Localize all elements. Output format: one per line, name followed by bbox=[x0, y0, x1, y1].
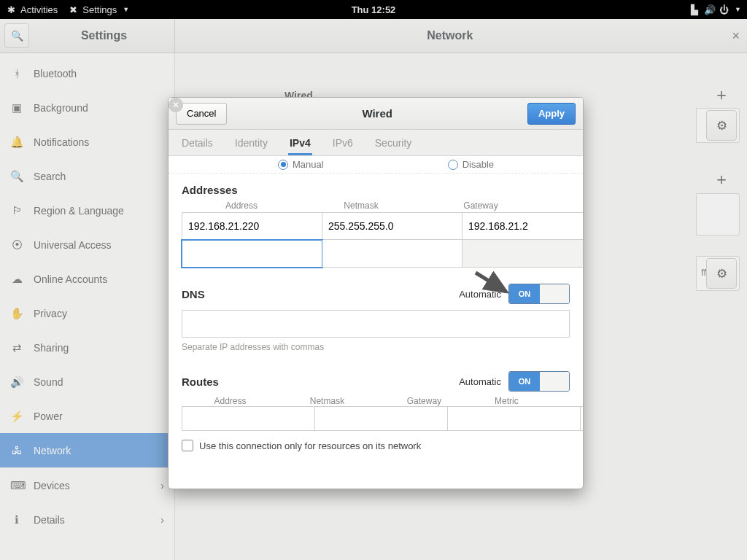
dns-header-row: DNS Automatic ON bbox=[182, 284, 570, 304]
tab-details[interactable]: Details bbox=[180, 131, 214, 155]
gateway-input[interactable] bbox=[462, 212, 583, 240]
radio-label: Manual bbox=[293, 159, 324, 170]
volume-tray-icon: 🔊 bbox=[704, 4, 714, 15]
netmask-input[interactable] bbox=[322, 212, 462, 240]
dialog-body: Manual Disable Addresses Address Netmask… bbox=[169, 156, 583, 489]
dialog-header: Cancel Wired Apply bbox=[169, 98, 583, 130]
route-gateway-input[interactable] bbox=[448, 406, 581, 431]
dns-servers-input[interactable] bbox=[182, 310, 570, 338]
routes-only-resources-label: Use this connection only for resources o… bbox=[199, 440, 421, 451]
tab-identity[interactable]: Identity bbox=[233, 131, 269, 155]
toggle-on-label: ON bbox=[509, 284, 540, 303]
apply-button[interactable]: Apply bbox=[527, 103, 576, 125]
col-netmask: Netmask bbox=[301, 201, 421, 211]
routes-automatic-label: Automatic bbox=[459, 376, 501, 387]
activities-button[interactable]: ✱ Activities bbox=[6, 4, 58, 15]
route-metric-input[interactable] bbox=[581, 406, 583, 431]
power-tray-icon: ⏻ bbox=[719, 4, 729, 15]
address-row: ✕ bbox=[182, 212, 570, 240]
radio-selected-icon bbox=[278, 160, 288, 170]
network-tray-icon: ▙ bbox=[689, 4, 700, 15]
toggle-off-area bbox=[540, 372, 569, 391]
address-input[interactable] bbox=[182, 240, 322, 268]
col-gateway: Gateway bbox=[421, 201, 541, 211]
route-row: ✕ bbox=[182, 406, 570, 431]
tab-security[interactable]: Security bbox=[374, 131, 414, 155]
wired-settings-dialog: Cancel Wired Apply Details Identity IPv4… bbox=[168, 97, 584, 489]
tab-ipv6[interactable]: IPv6 bbox=[331, 131, 355, 155]
routes-header-row: Routes Automatic ON bbox=[182, 371, 570, 392]
dns-hint: Separate IP addresses with commas bbox=[182, 342, 570, 352]
address-row: ✕ bbox=[182, 240, 570, 268]
dns-title: DNS bbox=[182, 288, 205, 300]
system-tray[interactable]: ▙ 🔊 ⏻ ▼ bbox=[689, 4, 741, 15]
netmask-input[interactable] bbox=[322, 240, 462, 268]
ipv4-method-disable[interactable]: Disable bbox=[448, 159, 494, 170]
ipv4-method-row-partial: Manual Disable bbox=[169, 156, 583, 174]
dns-automatic-label: Automatic bbox=[459, 289, 501, 300]
activities-label: Activities bbox=[20, 4, 58, 15]
route-address-input[interactable] bbox=[182, 406, 315, 431]
tab-ipv4[interactable]: IPv4 bbox=[288, 131, 312, 155]
dns-automatic-toggle[interactable]: ON bbox=[508, 284, 570, 304]
routes-only-resources-row[interactable]: Use this connection only for resources o… bbox=[182, 440, 570, 451]
radio-label: Disable bbox=[462, 159, 494, 170]
toggle-on-label: ON bbox=[509, 372, 540, 391]
col-netmask: Netmask bbox=[279, 396, 376, 406]
dialog-tabs: Details Identity IPv4 IPv6 Security bbox=[169, 130, 583, 156]
settings-app-icon: ✖ bbox=[68, 4, 78, 15]
chevron-down-icon: ▼ bbox=[735, 6, 741, 13]
toggle-off-area bbox=[540, 284, 569, 303]
chevron-down-icon: ▼ bbox=[123, 6, 129, 13]
dialog-title: Wired bbox=[227, 107, 527, 120]
app-menu[interactable]: ✖ Settings ▼ bbox=[68, 4, 129, 15]
col-address: Address bbox=[182, 201, 301, 211]
gnome-top-panel: ✱ Activities ✖ Settings ▼ Thu 12:52 ▙ 🔊 … bbox=[0, 0, 747, 19]
checkbox-icon bbox=[182, 440, 193, 451]
address-input[interactable] bbox=[182, 212, 322, 240]
col-gateway: Gateway bbox=[376, 396, 473, 406]
routes-title: Routes bbox=[182, 376, 219, 388]
gateway-input[interactable] bbox=[462, 240, 583, 268]
col-metric: Metric bbox=[473, 396, 541, 406]
routes-automatic-toggle[interactable]: ON bbox=[508, 371, 570, 392]
route-netmask-input[interactable] bbox=[315, 406, 448, 431]
radio-icon bbox=[448, 160, 458, 170]
cancel-button[interactable]: Cancel bbox=[176, 103, 227, 125]
col-address: Address bbox=[182, 396, 279, 406]
routes-columns: Address Netmask Gateway Metric bbox=[182, 396, 570, 406]
addresses-title: Addresses bbox=[182, 184, 570, 196]
ipv4-method-manual[interactable]: Manual bbox=[278, 159, 324, 170]
addresses-columns: Address Netmask Gateway bbox=[182, 201, 570, 211]
app-menu-label: Settings bbox=[82, 4, 117, 15]
gnome-logo-icon: ✱ bbox=[6, 4, 16, 15]
